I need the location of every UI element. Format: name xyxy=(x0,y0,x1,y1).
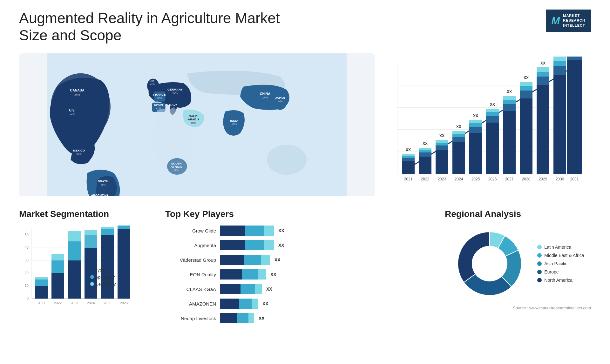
svg-rect-100 xyxy=(537,67,549,72)
svg-rect-58 xyxy=(419,148,431,150)
segmentation-chart: 0 10 20 30 40 50 2021 2022 2023 2024 202… xyxy=(19,226,140,314)
svg-rect-75 xyxy=(469,123,482,127)
svg-text:2023: 2023 xyxy=(71,301,78,305)
svg-rect-139 xyxy=(51,254,64,260)
svg-text:20: 20 xyxy=(25,271,29,275)
svg-text:xx%: xx% xyxy=(101,183,106,186)
segmentation-title: Market Segmentation xyxy=(19,209,152,219)
svg-text:CHINA: CHINA xyxy=(260,92,271,96)
svg-text:2027: 2027 xyxy=(505,177,514,181)
svg-text:XX: XX xyxy=(473,114,478,118)
svg-text:MEXICO: MEXICO xyxy=(73,149,85,152)
player-bar-segments xyxy=(220,284,262,294)
legend-label: Asia Pacific xyxy=(544,261,567,266)
player-bar-wrapper: XX xyxy=(220,269,432,280)
svg-text:2028: 2028 xyxy=(522,177,531,181)
player-bar-segments xyxy=(220,226,274,236)
player-bar-segment xyxy=(242,269,258,280)
top-section: CANADA xx% U.S. xx% MEXICO xx% BRAZIL xx… xyxy=(19,53,591,196)
svg-text:2024: 2024 xyxy=(455,177,463,181)
player-bar-segment xyxy=(220,226,245,236)
svg-text:XX: XX xyxy=(423,141,428,146)
player-xx-label: XX xyxy=(259,316,265,321)
svg-rect-86 xyxy=(503,104,516,111)
svg-text:SAUDI: SAUDI xyxy=(189,114,198,118)
key-players-title: Top Key Players xyxy=(165,209,432,219)
svg-text:xx%: xx% xyxy=(191,121,196,125)
svg-text:2026: 2026 xyxy=(488,177,497,181)
svg-rect-110 xyxy=(567,57,582,60)
regional-title: Regional Analysis xyxy=(445,209,591,219)
svg-text:Geography: Geography xyxy=(95,282,116,286)
svg-rect-93 xyxy=(520,86,532,91)
player-bar-segment xyxy=(248,313,254,323)
svg-rect-51 xyxy=(402,156,415,158)
bottom-section: Market Segmentation 0 10 20 30 40 50 202… xyxy=(19,209,591,342)
legend-swatch xyxy=(537,253,542,258)
svg-text:AFRICA: AFRICA xyxy=(171,165,182,168)
svg-text:xx%: xx% xyxy=(174,168,179,172)
svg-text:xx%: xx% xyxy=(156,107,161,110)
svg-rect-136 xyxy=(35,277,48,280)
header: Augmented Reality in Agriculture Market … xyxy=(19,10,591,44)
svg-text:Application: Application xyxy=(95,275,116,280)
svg-rect-88 xyxy=(503,96,516,100)
svg-text:INDIA: INDIA xyxy=(230,119,238,122)
player-bar-segment xyxy=(258,269,266,280)
svg-rect-135 xyxy=(35,280,48,286)
svg-text:2021: 2021 xyxy=(37,301,45,305)
svg-rect-105 xyxy=(553,61,566,66)
svg-text:30: 30 xyxy=(25,258,29,262)
donut-legend: Latin AmericaMiddle East & AfricaAsia Pa… xyxy=(537,245,584,283)
svg-text:Type: Type xyxy=(95,268,104,273)
svg-rect-97 xyxy=(537,85,549,174)
svg-text:JAPAN: JAPAN xyxy=(275,96,285,99)
map-container: CANADA xx% U.S. xx% MEXICO xx% BRAZIL xx… xyxy=(19,53,375,196)
legend-swatch xyxy=(537,261,542,266)
player-bar-segment xyxy=(261,255,270,265)
svg-text:2031: 2031 xyxy=(570,177,579,181)
player-xx-label: XX xyxy=(278,228,284,233)
svg-rect-145 xyxy=(85,230,97,235)
player-row: AugmentaXX xyxy=(165,240,432,250)
svg-text:xx%: xx% xyxy=(232,122,237,125)
svg-text:XX: XX xyxy=(456,125,461,129)
player-bar-segment xyxy=(237,313,248,323)
svg-point-8 xyxy=(267,145,307,175)
svg-text:xx%: xx% xyxy=(70,112,75,116)
svg-text:2024: 2024 xyxy=(87,301,95,305)
svg-rect-76 xyxy=(469,120,482,123)
svg-text:XX: XX xyxy=(490,102,495,107)
svg-rect-137 xyxy=(51,273,64,299)
donut-segment xyxy=(458,232,490,282)
player-bar-wrapper: XX xyxy=(220,284,432,294)
player-row: CLAAS KGaAXX xyxy=(165,284,432,294)
player-bar-segment xyxy=(220,240,245,250)
svg-rect-87 xyxy=(503,100,516,104)
svg-text:xx%: xx% xyxy=(74,93,80,96)
player-bar-segments xyxy=(220,299,258,309)
player-bar-wrapper: XX xyxy=(220,226,432,236)
svg-point-156 xyxy=(90,282,94,286)
player-xx-label: XX xyxy=(274,257,281,262)
player-bar-wrapper: XX xyxy=(220,255,432,265)
svg-rect-73 xyxy=(469,133,482,174)
regional-container: Regional Analysis Latin AmericaMiddle Ea… xyxy=(445,209,591,342)
svg-rect-69 xyxy=(452,134,465,137)
legend-label: Middle East & Africa xyxy=(544,253,584,258)
legend-label: Latin America xyxy=(544,245,571,250)
svg-rect-109 xyxy=(567,60,582,174)
svg-rect-70 xyxy=(452,131,465,134)
page-container: Augmented Reality in Agriculture Market … xyxy=(0,0,610,364)
player-xx-label: XX xyxy=(262,301,268,306)
svg-rect-91 xyxy=(520,98,532,174)
svg-rect-74 xyxy=(469,127,482,133)
svg-rect-92 xyxy=(520,91,532,98)
svg-rect-56 xyxy=(419,152,431,157)
svg-text:xx%: xx% xyxy=(150,83,155,86)
svg-text:U.K.: U.K. xyxy=(149,79,155,83)
svg-rect-103 xyxy=(553,75,566,174)
svg-point-154 xyxy=(90,275,94,279)
svg-text:U.S.: U.S. xyxy=(69,109,75,112)
svg-text:SOUTH: SOUTH xyxy=(171,162,182,165)
